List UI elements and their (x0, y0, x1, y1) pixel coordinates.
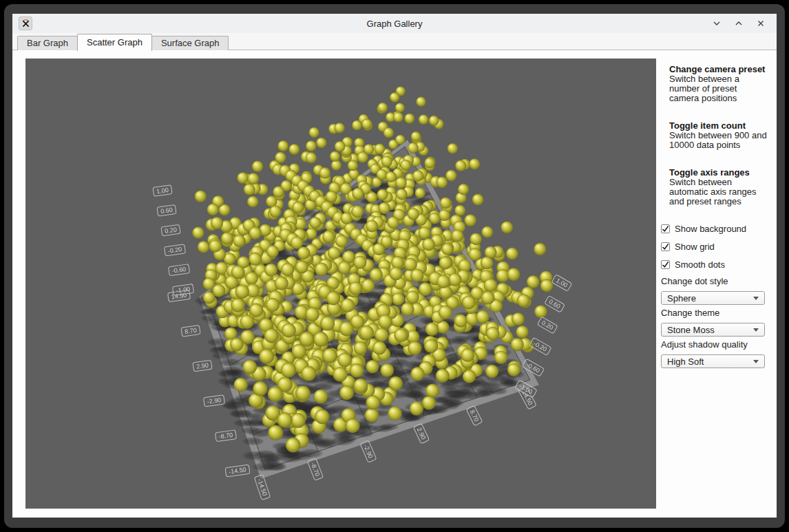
info-title: Change camera preset (669, 65, 777, 74)
checkbox-label: Show background (675, 224, 746, 234)
select-theme[interactable]: Stone Moss (661, 323, 765, 337)
select-label: Change dot style (661, 277, 777, 286)
info-body: Switch between automatic axis ranges and… (669, 178, 772, 206)
app-window: Graph Gallery Bar Graph Scatter Graph Su… (4, 4, 785, 528)
dropdown-arrow-icon (753, 297, 759, 300)
dropdown-arrow-icon (753, 360, 759, 363)
checkbox-smooth-dots[interactable]: Smooth dots (661, 255, 777, 273)
chevron-down-icon (713, 19, 721, 28)
select-value: High Soft (667, 357, 750, 367)
field-dot-style: Change dot style Sphere (661, 277, 777, 305)
checkbox-group: Show background Show grid Smooth dots (661, 220, 777, 273)
side-panel: Change camera preset Switch between a nu… (661, 65, 777, 368)
field-shadow-quality: Adjust shadow quality High Soft (661, 340, 777, 368)
chevron-up-icon (735, 19, 743, 28)
info-block-item-count: Toggle item count Switch between 900 and… (669, 121, 777, 150)
window-controls (712, 19, 766, 28)
close-button[interactable] (756, 19, 766, 28)
graph-view (25, 58, 656, 509)
checkbox-box[interactable] (661, 242, 670, 251)
x11-logo-icon (19, 17, 32, 30)
tab-bar: Bar Graph Scatter Graph Surface Graph (12, 33, 777, 50)
select-label: Adjust shadow quality (661, 340, 777, 350)
field-theme: Change theme Stone Moss (661, 308, 777, 337)
select-shadow-quality[interactable]: High Soft (661, 354, 765, 368)
checkbox-label: Show grid (675, 242, 715, 252)
select-dot-style[interactable]: Sphere (661, 291, 765, 305)
scatter-graph-canvas[interactable] (25, 58, 656, 509)
tab-scatter-graph[interactable]: Scatter Graph (77, 34, 152, 51)
tab-bar-graph[interactable]: Bar Graph (17, 36, 78, 50)
select-value: Stone Moss (667, 325, 750, 335)
info-block-camera-preset: Change camera preset Switch between a nu… (669, 65, 777, 103)
checkbox-show-background[interactable]: Show background (661, 220, 777, 237)
titlebar[interactable]: Graph Gallery (12, 14, 777, 33)
maximize-button[interactable] (734, 19, 744, 28)
check-icon (662, 261, 669, 268)
tab-surface-graph[interactable]: Surface Graph (151, 36, 229, 50)
info-body: Switch between 900 and 10000 data points (669, 131, 772, 150)
minimize-button[interactable] (712, 19, 722, 28)
info-body: Switch between a number of preset camera… (669, 74, 744, 103)
info-block-axis-ranges: Toggle axis ranges Switch between automa… (669, 168, 777, 206)
info-title: Toggle axis ranges (669, 168, 777, 178)
close-icon (757, 19, 765, 28)
checkbox-label: Smooth dots (675, 259, 725, 270)
window-title: Graph Gallery (12, 19, 777, 29)
check-icon (662, 225, 669, 233)
select-label: Change theme (661, 308, 777, 318)
checkbox-box[interactable] (661, 224, 670, 233)
dropdown-arrow-icon (753, 328, 759, 332)
checkbox-box[interactable] (661, 260, 670, 269)
scatter-tab-content: Change camera preset Switch between a nu… (12, 50, 777, 518)
check-icon (662, 243, 669, 251)
select-value: Sphere (667, 293, 750, 304)
info-title: Toggle item count (669, 121, 777, 131)
checkbox-show-grid[interactable]: Show grid (661, 237, 777, 255)
window-inner: Graph Gallery Bar Graph Scatter Graph Su… (12, 14, 777, 518)
